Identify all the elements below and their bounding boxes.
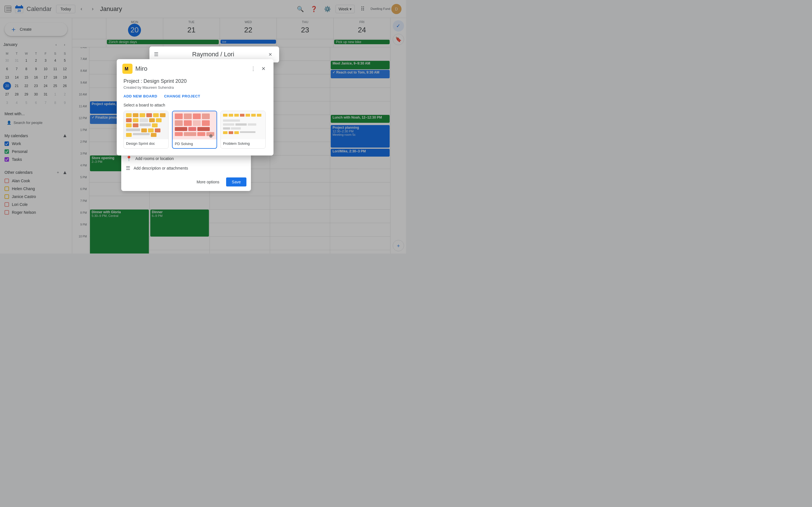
svg-rect-34: [193, 114, 201, 119]
svg-rect-11: [140, 113, 145, 117]
location-icon: 📍: [126, 156, 132, 162]
add-new-board-link[interactable]: ADD NEW BOARD: [123, 94, 157, 98]
svg-rect-29: [133, 133, 150, 135]
more-options-button[interactable]: More options: [192, 177, 224, 186]
svg-rect-24: [126, 128, 140, 131]
svg-rect-30: [151, 133, 156, 137]
svg-rect-19: [156, 118, 161, 122]
svg-rect-63: [229, 131, 233, 134]
svg-rect-61: [231, 127, 241, 129]
board-thumbnail-pd-solving: [172, 111, 216, 139]
miro-project-title: Project : Design Sprint 2020: [123, 78, 267, 84]
drag-handle-icon: ☰: [154, 51, 158, 57]
svg-rect-41: [188, 127, 196, 131]
miro-modal: M Miro ⋮ ✕ Project : Design Sprint 2020 …: [117, 59, 273, 156]
board-card-design-sprint[interactable]: Design Sprint doc: [123, 111, 168, 149]
svg-rect-57: [223, 123, 234, 126]
svg-rect-32: [175, 114, 183, 119]
svg-rect-36: [175, 120, 183, 126]
board-name-problem-solving: Problem Solving: [221, 139, 265, 148]
add-description-label[interactable]: Add description or attachments: [134, 166, 188, 170]
svg-rect-52: [240, 114, 245, 117]
svg-rect-51: [234, 114, 239, 117]
miro-app-name: Miro: [135, 65, 147, 72]
miro-boards-grid: Design Sprint doc: [123, 111, 267, 149]
svg-rect-15: [126, 118, 132, 122]
board-name-design-sprint: Design Sprint doc: [124, 139, 168, 148]
miro-modal-body: Project : Design Sprint 2020 Created by …: [117, 78, 273, 156]
miro-logo-area: M Miro: [122, 64, 147, 74]
miro-logo-icon: M: [122, 64, 133, 74]
miro-modal-header: M Miro ⋮ ✕: [117, 59, 273, 78]
board-card-pd-solving[interactable]: PD Solving: [172, 111, 217, 149]
svg-rect-23: [152, 123, 158, 127]
svg-rect-44: [184, 132, 196, 136]
board-thumbnail-problem-solving: [221, 111, 265, 139]
miro-more-options-button[interactable]: ⋮: [249, 64, 258, 73]
svg-rect-25: [141, 128, 147, 132]
svg-rect-9: [126, 113, 132, 117]
svg-rect-10: [133, 113, 139, 117]
svg-rect-14: [160, 113, 165, 117]
svg-rect-42: [197, 127, 210, 131]
board-thumbnail-design-sprint: [124, 111, 168, 139]
svg-rect-55: [257, 114, 261, 117]
miro-actions: ADD NEW BOARD CHANGE PROJECT: [123, 94, 267, 98]
svg-rect-62: [223, 131, 227, 134]
svg-rect-54: [251, 114, 256, 117]
svg-rect-37: [184, 120, 192, 126]
svg-rect-18: [149, 118, 155, 122]
svg-rect-26: [148, 128, 154, 132]
board-card-problem-solving[interactable]: Problem Solving: [220, 111, 266, 149]
svg-rect-65: [240, 131, 255, 133]
event-form-footer: More options Save: [126, 177, 246, 186]
svg-rect-56: [223, 119, 240, 122]
miro-select-label: Select a board to attach: [123, 103, 267, 107]
svg-rect-40: [175, 127, 187, 131]
svg-rect-59: [248, 123, 256, 126]
change-project-link[interactable]: CHANGE PROJECT: [164, 94, 200, 98]
svg-rect-38: [193, 120, 201, 126]
svg-rect-20: [126, 123, 132, 127]
board-name-pd-solving: PD Solving: [172, 139, 216, 148]
svg-rect-27: [155, 128, 160, 132]
svg-rect-35: [202, 114, 210, 119]
svg-rect-58: [236, 123, 247, 126]
svg-rect-60: [223, 127, 230, 129]
miro-close-button[interactable]: ✕: [259, 64, 268, 73]
event-detail-title: Raymond / Lori: [161, 51, 266, 58]
event-detail-close-button[interactable]: ✕: [266, 50, 274, 59]
svg-rect-43: [175, 132, 183, 136]
svg-rect-12: [146, 113, 152, 117]
event-form-description-row: ☰ Add description or attachments: [126, 163, 246, 173]
svg-rect-53: [246, 114, 250, 117]
description-icon: ☰: [126, 165, 130, 171]
svg-rect-45: [197, 132, 205, 136]
svg-rect-16: [133, 118, 139, 122]
svg-rect-50: [229, 114, 233, 117]
svg-rect-17: [140, 118, 148, 122]
svg-rect-28: [126, 133, 132, 137]
miro-created-by: Created by Maureen Suhendra: [123, 86, 267, 90]
svg-rect-33: [184, 114, 192, 119]
save-button[interactable]: Save: [226, 177, 246, 186]
svg-rect-39: [202, 120, 210, 126]
svg-rect-22: [140, 123, 151, 126]
event-detail-actions: ✕: [266, 50, 274, 59]
svg-rect-49: [223, 114, 227, 117]
svg-rect-21: [133, 123, 139, 127]
svg-point-47: [209, 134, 213, 138]
miro-header-actions: ⋮ ✕: [249, 64, 268, 73]
svg-rect-64: [234, 131, 239, 134]
add-location-label[interactable]: Add rooms or location: [135, 156, 174, 161]
svg-text:M: M: [124, 66, 128, 71]
event-creation-form: 📍 Add rooms or location ☰ Add descriptio…: [121, 149, 251, 191]
svg-rect-13: [153, 113, 159, 117]
